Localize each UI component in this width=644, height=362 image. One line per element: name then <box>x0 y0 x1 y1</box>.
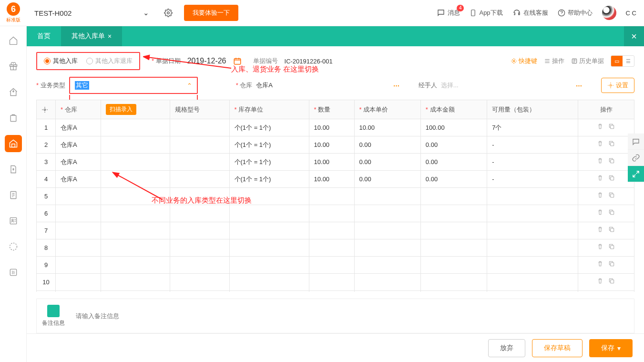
copy-icon[interactable] <box>608 226 616 234</box>
col-qty: 数量 <box>309 100 354 119</box>
svg-rect-26 <box>610 263 613 266</box>
operate-link[interactable]: 操作 <box>544 57 564 65</box>
gear-icon[interactable] <box>164 9 173 17</box>
help-icon <box>558 9 565 17</box>
delete-icon[interactable] <box>597 278 604 285</box>
copy-icon[interactable] <box>608 243 616 251</box>
settings-button[interactable]: 设置 <box>601 78 634 93</box>
nav-report-icon[interactable] <box>5 186 22 204</box>
trial-button[interactable]: 我要体验一下 <box>184 5 238 21</box>
user-avatar[interactable] <box>602 6 616 20</box>
table-row[interactable]: 3仓库A个(1个 = 1个)10.000.000.00- <box>37 154 634 171</box>
table-row[interactable]: 1仓库A个(1个 = 1个)10.0010.00100.007个 <box>37 119 634 136</box>
rt-expand-icon[interactable] <box>628 166 644 182</box>
svg-point-17 <box>44 109 46 111</box>
delete-icon[interactable] <box>597 243 604 251</box>
table-row[interactable]: 7 <box>37 222 634 239</box>
delete-icon[interactable] <box>597 209 604 217</box>
delete-icon[interactable] <box>597 192 604 199</box>
svg-rect-19 <box>610 143 613 146</box>
copy-icon[interactable] <box>608 175 616 182</box>
nav-finance-icon[interactable] <box>5 161 22 178</box>
more-icon[interactable]: ⋯ <box>393 82 399 89</box>
table-row[interactable]: 9 <box>37 257 634 274</box>
tab-home[interactable]: 首页 <box>27 26 61 46</box>
view-list-button[interactable]: ☰ <box>623 56 634 66</box>
dropdown-option[interactable]: 盘盈 <box>70 95 197 100</box>
more-icon[interactable]: ⋯ <box>576 82 582 89</box>
table-row[interactable]: 5 <box>37 188 634 205</box>
copy-icon[interactable] <box>608 157 616 165</box>
copy-icon[interactable] <box>608 140 616 148</box>
delete-icon[interactable] <box>597 157 604 165</box>
save-button[interactable]: 保存 ▾ <box>589 339 633 357</box>
copy-icon[interactable] <box>608 260 616 268</box>
biztype-label: 业务类型 <box>36 81 65 90</box>
table-row[interactable]: 4仓库A个(1个 = 1个)10.000.000.00- <box>37 171 634 188</box>
tab-other-inbound[interactable]: 其他入库单 × <box>61 26 122 46</box>
table-row[interactable]: 10 <box>37 274 634 291</box>
nav-gift-icon[interactable] <box>5 58 22 75</box>
table-row[interactable]: 8 <box>37 239 634 257</box>
gear-icon <box>607 82 614 89</box>
messages-link[interactable]: 消息 4 <box>437 9 460 17</box>
nav-inventory-icon[interactable] <box>5 135 22 152</box>
scan-button[interactable]: 扫描录入 <box>106 104 136 115</box>
biztype-select[interactable]: 其它 ⌃ 盘盈 受赠 其它 组装 拆卸 <box>69 77 198 94</box>
svg-rect-18 <box>610 125 613 129</box>
close-icon[interactable]: × <box>108 32 112 40</box>
service-link[interactable]: 在线客服 <box>512 9 548 17</box>
shortcut-link[interactable]: 快捷键 <box>511 57 537 65</box>
rt-link-icon[interactable] <box>628 150 644 166</box>
history-link[interactable]: 历史单据 <box>571 57 604 65</box>
view-card-button[interactable]: ▭ <box>611 56 623 66</box>
delete-icon[interactable] <box>597 260 604 268</box>
copy-icon[interactable] <box>608 278 616 285</box>
chevron-up-icon: ⌃ <box>187 82 192 89</box>
rt-chat-icon[interactable] <box>628 134 644 150</box>
delete-icon[interactable] <box>597 123 604 131</box>
company-selector[interactable]: TEST-H002 ⌄ <box>34 9 158 17</box>
col-unit: 库存单位 <box>229 100 309 119</box>
tab-bar-close-button[interactable]: × <box>624 26 644 46</box>
help-link[interactable]: 帮助中心 <box>558 9 593 17</box>
date-value[interactable]: 2019-12-26 <box>187 57 226 65</box>
discard-button[interactable]: 放弃 <box>488 339 525 357</box>
top-header: 6 标准版 TEST-H002 ⌄ 我要体验一下 消息 4 App下载 在线客服… <box>0 0 644 26</box>
table-row[interactable]: 6 <box>37 205 634 222</box>
delete-icon[interactable] <box>597 226 604 234</box>
doc-number-value: IC-20191226-001 <box>285 58 333 65</box>
table-row[interactable]: 11 <box>37 291 634 292</box>
svg-rect-24 <box>610 228 613 232</box>
chevron-down-icon: ▾ <box>617 344 621 352</box>
radio-return[interactable]: 其他入库退库 <box>86 57 133 65</box>
data-table: 仓库 扫描录入 规格型号 库存单位 数量 成本单价 成本金额 可用量（包装） 操… <box>36 100 634 292</box>
nav-home-icon[interactable] <box>5 32 22 49</box>
gear-icon <box>511 58 517 64</box>
remarks-input[interactable] <box>70 299 634 333</box>
warehouse-label: 仓库 <box>236 81 253 90</box>
table-row[interactable]: 2仓库A个(1个 = 1个)10.000.000.00- <box>37 136 634 154</box>
radio-inbound[interactable]: 其他入库 <box>44 57 78 65</box>
copy-icon[interactable] <box>608 209 616 217</box>
copy-icon[interactable] <box>608 123 616 131</box>
save-draft-button[interactable]: 保存草稿 <box>532 339 583 357</box>
nav-settings-icon[interactable] <box>5 238 22 255</box>
nav-sales-icon[interactable] <box>5 109 22 126</box>
copy-icon[interactable] <box>608 192 616 199</box>
nav-purchase-icon[interactable] <box>5 83 22 101</box>
delete-icon[interactable] <box>597 175 604 182</box>
handler-select[interactable]: 选择... <box>441 81 459 90</box>
notes-icon <box>47 305 60 317</box>
table-gear-header[interactable] <box>37 100 56 119</box>
calendar-icon[interactable] <box>233 57 242 65</box>
nav-contacts-icon[interactable] <box>5 212 22 229</box>
delete-icon[interactable] <box>597 140 604 148</box>
date-label: 单据日期 <box>152 57 181 65</box>
business-type-radio-group: 其他入库 其他入库退库 <box>36 52 140 70</box>
svg-rect-20 <box>610 160 613 163</box>
app-download-link[interactable]: App下载 <box>470 9 502 17</box>
nav-new-icon[interactable]: 新 <box>5 264 22 281</box>
phone-icon <box>470 9 477 17</box>
warehouse-value[interactable]: 仓库A <box>256 81 273 90</box>
